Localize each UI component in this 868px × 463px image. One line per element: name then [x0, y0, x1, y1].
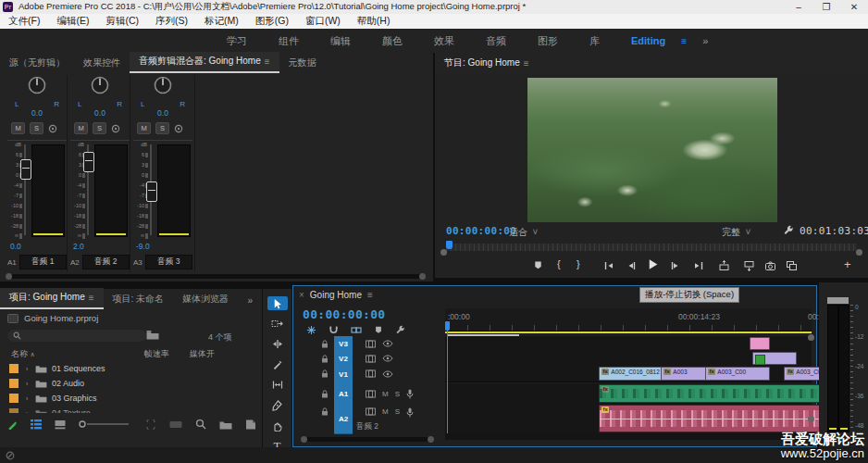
track-target-a2[interactable]: A2: [334, 404, 353, 434]
menu-sequence[interactable]: 序列(S): [147, 15, 196, 28]
find-icon[interactable]: [195, 419, 206, 430]
program-scrubber[interactable]: [446, 244, 857, 251]
selection-tool-icon[interactable]: [267, 296, 288, 310]
workspace-tab-libraries[interactable]: 库: [574, 34, 615, 48]
track-name[interactable]: 音频 3: [145, 255, 192, 269]
hand-tool-icon[interactable]: [267, 419, 288, 432]
menu-help[interactable]: 帮助(H): [349, 15, 399, 28]
record-arm-icon[interactable]: [111, 124, 120, 133]
tab-project-untitled[interactable]: 项目: 未命名: [104, 290, 174, 309]
solo-button[interactable]: S: [155, 122, 169, 134]
track-target-a1[interactable]: A1: [334, 383, 353, 405]
play-button-icon[interactable]: [646, 257, 660, 271]
slip-tool-icon[interactable]: [267, 378, 288, 392]
linked-selection-icon[interactable]: [351, 325, 362, 335]
tab-sequence-going-home[interactable]: Going Home: [310, 290, 362, 300]
comparison-view-icon[interactable]: [786, 260, 798, 271]
solo-button[interactable]: S: [93, 122, 106, 134]
razor-tool-icon[interactable]: [267, 357, 288, 371]
search-bin-folder-icon[interactable]: [146, 330, 159, 340]
new-item-icon[interactable]: [245, 419, 256, 430]
timeline-settings-wrench-icon[interactable]: [395, 325, 405, 335]
fader-handle[interactable]: [83, 152, 94, 172]
pan-value[interactable]: 0.0: [70, 108, 130, 118]
mute-button[interactable]: M: [74, 122, 88, 134]
lock-icon[interactable]: [321, 355, 329, 363]
track-lane-v2[interactable]: [445, 351, 812, 367]
timeline-header-scrollbar[interactable]: [301, 437, 434, 442]
workspace-tab-assembly[interactable]: 组件: [263, 34, 315, 48]
playback-resolution-select[interactable]: 完整 ˅: [722, 226, 750, 239]
track-visibility-eye-icon[interactable]: [382, 355, 393, 362]
mute-button[interactable]: M: [11, 122, 25, 134]
timeline-current-timecode[interactable]: 00:00:00:00: [303, 307, 385, 321]
workspace-tab-editing-active[interactable]: Editing: [615, 35, 681, 46]
clip-v1-1[interactable]: fxA002_C016_0812: [599, 367, 666, 381]
add-marker-icon[interactable]: [533, 260, 543, 270]
settings-wrench-icon[interactable]: [783, 225, 794, 236]
workspace-tab-learning[interactable]: 学习: [211, 34, 263, 48]
clip-v3-pink[interactable]: [750, 337, 770, 350]
pan-knob[interactable]: [27, 75, 47, 95]
mixer-horizontal-scrollbar[interactable]: [6, 274, 426, 279]
list-view-icon[interactable]: [31, 419, 42, 430]
track-lane-a1[interactable]: fx: [445, 383, 812, 405]
search-input[interactable]: [25, 331, 141, 342]
tab-program-monitor[interactable]: 节目: Going Home ≡: [435, 54, 539, 73]
clip-v1-2[interactable]: fxA003: [661, 367, 711, 381]
nest-sequence-icon[interactable]: [306, 325, 316, 335]
export-frame-camera-icon[interactable]: [764, 260, 776, 271]
chevron-right-icon[interactable]: ›: [23, 365, 31, 373]
fader-handle[interactable]: [20, 159, 31, 180]
workspace-tab-editing-cn[interactable]: 编辑: [315, 34, 366, 48]
mark-out-button[interactable]: }: [577, 258, 580, 269]
menu-window[interactable]: 窗口(W): [297, 15, 349, 28]
panel-menu-icon[interactable]: ≡: [367, 290, 373, 300]
pan-value[interactable]: 0.0: [133, 108, 192, 118]
fader-value[interactable]: -9.0: [133, 242, 192, 251]
track-target-v1[interactable]: V1: [334, 366, 353, 384]
scrollbar-left-cap[interactable]: [440, 249, 447, 256]
tab-source-monitor[interactable]: 源（无剪辑）: [0, 54, 74, 73]
track-visibility-eye-icon[interactable]: [382, 340, 393, 347]
sync-lock-icon[interactable]: [366, 340, 376, 348]
sort-icons-icon[interactable]: [145, 419, 156, 430]
timeline-vscroll-bottom-cap[interactable]: [808, 416, 814, 422]
panel-menu-icon[interactable]: ≡: [89, 293, 94, 303]
chevron-right-icon[interactable]: ›: [23, 380, 31, 388]
track-name[interactable]: 音频 2: [82, 255, 130, 269]
sync-lock-icon[interactable]: [366, 355, 376, 363]
voiceover-mic-icon[interactable]: [406, 407, 414, 418]
menu-clip[interactable]: 剪辑(C): [97, 15, 147, 28]
restore-button[interactable]: ❐: [812, 2, 840, 12]
mark-in-button[interactable]: {: [557, 258, 561, 269]
step-forward-icon[interactable]: [670, 260, 681, 271]
new-bin-icon[interactable]: [219, 419, 232, 430]
voiceover-mic-icon[interactable]: [406, 389, 414, 399]
timeline-ruler[interactable]: :00:00 00:00:14:23 00:00:29:23: [445, 308, 812, 332]
sync-lock-icon[interactable]: [366, 407, 376, 416]
ripple-edit-tool-icon[interactable]: [267, 337, 288, 351]
lift-icon[interactable]: [718, 260, 730, 271]
pan-knob[interactable]: [153, 75, 173, 95]
track-target-v2[interactable]: V2: [334, 351, 353, 367]
menu-edit[interactable]: 编辑(E): [48, 15, 97, 28]
tab-effect-controls[interactable]: 效果控件: [74, 54, 130, 73]
track-lane-a2[interactable]: fx: [445, 404, 812, 434]
panel-menu-icon[interactable]: ≡: [524, 58, 529, 69]
extract-icon[interactable]: [743, 260, 755, 271]
workspace-tab-effects[interactable]: 效果: [418, 34, 470, 48]
bin-row-graphics[interactable]: › 03 Graphics: [0, 391, 262, 406]
chevron-right-icon[interactable]: ›: [23, 394, 31, 403]
step-back-icon[interactable]: [626, 260, 637, 271]
solo-button[interactable]: S: [30, 122, 43, 134]
breadcrumb[interactable]: Going Home.prproj: [24, 313, 98, 323]
tab-overflow-icon[interactable]: »: [238, 293, 262, 309]
track-lane-v3[interactable]: [445, 336, 812, 352]
tab-metadata[interactable]: 元数据: [279, 54, 326, 73]
timeline-vscroll-top-cap[interactable]: [808, 334, 814, 341]
automate-to-sequence-icon[interactable]: [169, 419, 182, 430]
workspace-tab-color[interactable]: 颜色: [366, 34, 418, 48]
workspace-tab-audio[interactable]: 音频: [470, 34, 522, 48]
track-mute-button[interactable]: M: [382, 390, 389, 398]
